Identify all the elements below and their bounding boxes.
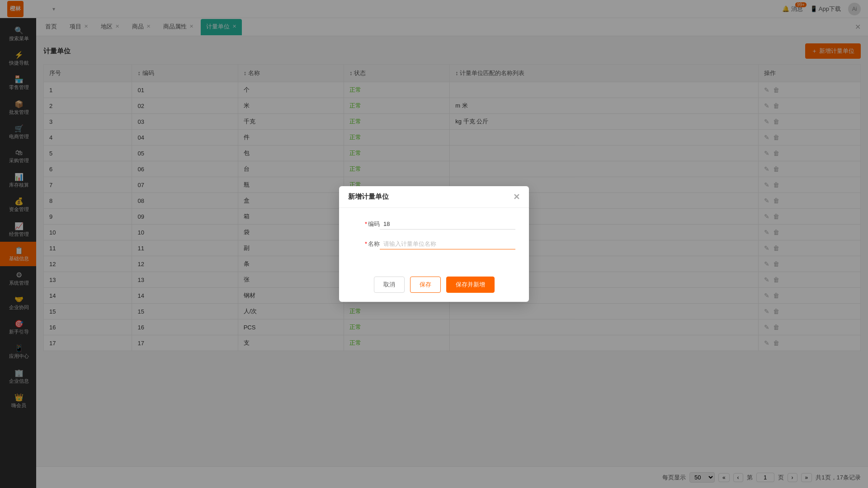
save-and-new-button[interactable]: 保存并新增 [446,277,495,293]
name-input[interactable] [380,239,515,249]
name-required-mark: * [365,240,367,247]
code-input[interactable] [380,219,515,230]
cancel-button[interactable]: 取消 [374,277,405,293]
modal-body: *编码 *名称 [339,208,529,269]
code-required-mark: * [365,221,367,227]
modal-header: 新增计量单位 ✕ [339,186,529,208]
modal-close-button[interactable]: ✕ [513,193,520,201]
modal-title: 新增计量单位 [348,192,389,201]
name-label: *名称 [353,240,380,248]
modal-footer: 取消 保存 保存并新增 [339,269,529,302]
code-form-row: *编码 [353,219,515,230]
code-label: *编码 [353,220,380,228]
modal-overlay: 新增计量单位 ✕ *编码 *名称 取消 保存 保存并新增 [0,0,868,488]
save-button[interactable]: 保存 [410,277,441,293]
add-unit-modal: 新增计量单位 ✕ *编码 *名称 取消 保存 保存并新增 [339,186,529,302]
name-form-row: *名称 [353,239,515,249]
